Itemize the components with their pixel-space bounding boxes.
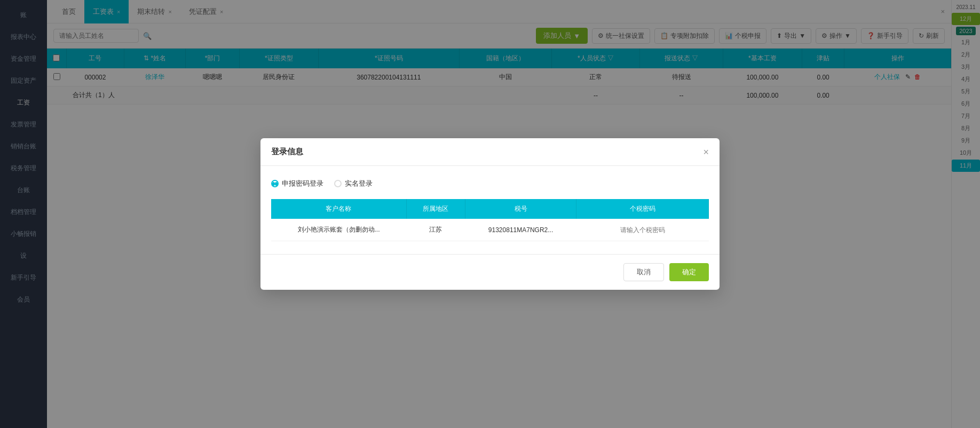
radio-label-实名登录: 实名登录	[345, 179, 373, 188]
login-modal: 登录信息 × 申报密码登录 实名登录	[260, 138, 720, 290]
radio-option-实名登录[interactable]: 实名登录	[334, 179, 373, 188]
modal-body: 申报密码登录 实名登录 客户名称 所属地区 税号 个税密码	[260, 166, 720, 254]
modal-password-cell[interactable]	[576, 219, 709, 241]
modal-client-name: 刘小艳演示账套（勿删勿动...	[271, 219, 406, 241]
radio-label-申报密码登录: 申报密码登录	[282, 179, 323, 188]
modal-table-row: 刘小艳演示账套（勿删勿动... 江苏 91320811MA7NGR2...	[271, 219, 709, 241]
modal-region: 江苏	[406, 219, 465, 241]
modal-header: 登录信息 ×	[260, 138, 720, 166]
radio-circle-实名	[334, 180, 342, 187]
modal-overlay: 登录信息 × 申报密码登录 实名登录	[0, 0, 980, 428]
tax-password-input[interactable]	[585, 226, 700, 234]
app-container: 账 报表中心 资金管理 固定资产 工资 发票管理 销销台账 税务管理 台账 档档…	[0, 0, 980, 428]
modal-title: 登录信息	[271, 147, 303, 157]
confirm-button[interactable]: 确定	[669, 263, 709, 281]
cancel-button[interactable]: 取消	[623, 263, 664, 281]
radio-group: 申报密码登录 实名登录	[271, 179, 709, 188]
modal-tax-no: 91320811MA7NGR2...	[465, 219, 576, 241]
radio-circle-申报密码	[271, 180, 279, 187]
radio-option-申报密码登录[interactable]: 申报密码登录	[271, 179, 323, 188]
modal-col-个税密码: 个税密码	[576, 199, 709, 219]
modal-footer: 取消 确定	[260, 254, 720, 290]
modal-close-button[interactable]: ×	[703, 147, 709, 157]
modal-table: 客户名称 所属地区 税号 个税密码 刘小艳演示账套（勿删勿动... 江苏 913…	[271, 199, 709, 241]
modal-col-客户名称: 客户名称	[271, 199, 406, 219]
modal-col-所属地区: 所属地区	[406, 199, 465, 219]
modal-col-税号: 税号	[465, 199, 576, 219]
